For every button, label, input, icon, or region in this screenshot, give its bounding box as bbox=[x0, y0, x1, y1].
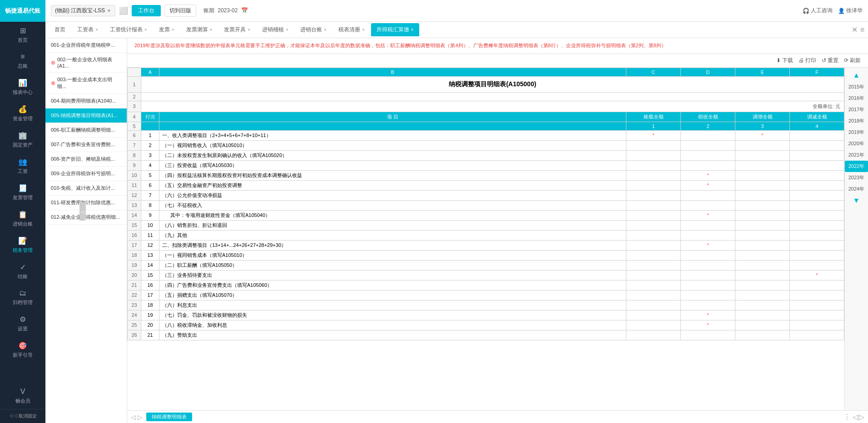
close-all-tabs-button[interactable]: ✕ bbox=[852, 25, 858, 34]
bottom-more-icon[interactable]: ⋮ bbox=[843, 413, 851, 421]
left-item-006[interactable]: 006-职工薪酬纳税调整明细... bbox=[45, 123, 127, 138]
tab-close-tax-table[interactable]: × bbox=[362, 27, 365, 32]
bottom-scroll-left[interactable]: ◁ bbox=[131, 413, 136, 421]
year-2015[interactable]: 2015年 bbox=[845, 81, 868, 93]
sidebar-item-salary[interactable]: 👥 工资 bbox=[0, 153, 45, 179]
reset-icon: ↺ bbox=[822, 57, 826, 64]
tab-salary[interactable]: 工资表 × bbox=[72, 23, 104, 36]
bottom-tabbar: ◁ ▷ 纳税调整明细表 ⋮ ◁ ▷ bbox=[127, 410, 868, 423]
download-icon: ⬇ bbox=[776, 57, 781, 64]
row-num-1: 1 bbox=[128, 76, 141, 92]
header-col4: 调减全额 bbox=[790, 112, 844, 122]
left-item-011[interactable]: 011-研发费用加计扣除优惠... bbox=[45, 196, 127, 210]
tab-sales-ledger[interactable]: 进销台账 × bbox=[295, 23, 332, 36]
sidebar-item-settings[interactable]: ⚙ 设置 bbox=[0, 310, 45, 337]
year-2022[interactable]: 2022年 bbox=[845, 161, 868, 172]
left-item-010[interactable]: 010-免税、减计收入及加计... bbox=[45, 181, 127, 196]
left-item-005[interactable]: 005-纳税调整项目明细表(A1... bbox=[45, 108, 127, 123]
tab-home[interactable]: 首页 bbox=[49, 23, 71, 36]
tab-invoice-open[interactable]: 发票开具 × bbox=[218, 23, 256, 36]
tab-close-sales-ledger[interactable]: × bbox=[324, 27, 327, 32]
sidebar-item-tax[interactable]: 📝 税务管理 bbox=[0, 232, 45, 258]
year-2016[interactable]: 2016年 bbox=[845, 93, 868, 104]
bottom-tab-detail[interactable]: 纳税调整明细表 bbox=[146, 413, 192, 421]
header-linenum: 行次 bbox=[141, 112, 159, 122]
left-item-009[interactable]: 009-企业所得税弥补亏损明... bbox=[45, 167, 127, 181]
year-2017[interactable]: 2017年 bbox=[845, 104, 868, 115]
sidebar-item-member[interactable]: V 畅会员 bbox=[0, 383, 45, 409]
table-row: 7 2 （一）视同销售收入（填写A105010） bbox=[128, 140, 844, 150]
tab-tax-calc[interactable]: 所得税汇算缴 × bbox=[371, 23, 419, 36]
sidebar-item-home[interactable]: ⊞ 首页 bbox=[0, 22, 45, 48]
tab-close-invoice-calc[interactable]: × bbox=[210, 27, 213, 32]
more-tabs-button[interactable]: ≡ bbox=[860, 26, 864, 34]
error-icon-003: ⊗ bbox=[51, 80, 55, 86]
reset-button[interactable]: ↺ 重置 bbox=[822, 57, 838, 64]
workbench-button[interactable]: 工作台 bbox=[132, 5, 161, 16]
bottom-scroll-right[interactable]: ▷ bbox=[138, 413, 143, 421]
sidebar-item-assets[interactable]: 🏢 固定资产 bbox=[0, 127, 45, 153]
copy-icon[interactable]: ⬜ bbox=[119, 6, 128, 15]
tab-close-invoice-open[interactable]: × bbox=[248, 27, 250, 32]
collapse-panel-button[interactable]: ◁ bbox=[79, 202, 86, 221]
sidebar-item-ledger[interactable]: ≡ 总账 bbox=[0, 48, 45, 74]
left-item-003[interactable]: ⊗ 003-一般企业成本支出明细... bbox=[45, 73, 127, 94]
tab-close-salary[interactable]: × bbox=[95, 27, 98, 32]
sidebar-item-archive[interactable]: 🗂 归档管理 bbox=[0, 285, 45, 310]
table-row: 13 8 （七）不征税收入 bbox=[128, 200, 844, 210]
tab-tax-table[interactable]: 税表清册 × bbox=[333, 23, 370, 36]
tab-invoice-calc[interactable]: 发票测算 × bbox=[181, 23, 218, 36]
tab-close-salary-report[interactable]: × bbox=[144, 27, 147, 32]
spreadsheet-wrapper[interactable]: A B C D E F 1 纳税调 bbox=[127, 68, 844, 410]
left-item-004[interactable]: 004-期间费用明细表(A1040... bbox=[45, 94, 127, 108]
download-button[interactable]: ⬇ 下载 bbox=[776, 57, 793, 64]
year-2021[interactable]: 2021年 bbox=[845, 149, 868, 161]
print-button[interactable]: 🖨 打印 bbox=[799, 57, 816, 64]
sidebar-item-guide[interactable]: 🎯 新手引导 bbox=[0, 337, 45, 363]
table-row: 10 5 （四）按权益法核算长期股权投资对初始投资成本调整确认收益 * bbox=[128, 170, 844, 180]
empty-row2 bbox=[141, 92, 844, 101]
main-area: (物副) 江西股宝-LSS ▼ ⬜ 工作台 切到旧版 账期 2023-02 📅 … bbox=[45, 0, 868, 423]
bottom-scroll-h2[interactable]: ▷ bbox=[859, 413, 864, 421]
headset-icon: 🎧 bbox=[803, 8, 809, 14]
sidebar-item-close[interactable]: ✓ 结账 bbox=[0, 258, 45, 285]
guide-icon: 🎯 bbox=[18, 341, 27, 350]
left-item-002[interactable]: ⊗ 002-一般企业收入明细表(A1... bbox=[45, 53, 127, 73]
service-button[interactable]: 🎧 人工咨询 bbox=[803, 7, 833, 15]
left-item-007[interactable]: 007-广告费和业务宣传费附... bbox=[45, 138, 127, 152]
tab-audit[interactable]: 进销稽核 × bbox=[257, 23, 294, 36]
table-row: 20 15 （三）业务招待要支出 * bbox=[128, 270, 844, 280]
sidebar-item-funds[interactable]: 💰 资金管理 bbox=[0, 100, 45, 127]
sidebar-item-reports[interactable]: 📊 报表中心 bbox=[0, 74, 45, 100]
year-2018[interactable]: 2018年 bbox=[845, 115, 868, 127]
oldver-button[interactable]: 切到旧版 bbox=[164, 5, 196, 17]
tab-salary-report[interactable]: 工资统计报表 × bbox=[104, 23, 153, 36]
year-scroll-up[interactable]: ▲ bbox=[851, 69, 862, 81]
bottom-scroll-h[interactable]: ◁ bbox=[853, 413, 858, 421]
tab-close-invoice[interactable]: × bbox=[172, 27, 174, 32]
col-header-F: F bbox=[790, 68, 844, 76]
year-2019[interactable]: 2019年 bbox=[845, 127, 868, 138]
refresh-button[interactable]: ⟳ 刷新 bbox=[844, 57, 861, 64]
sub-header-empty bbox=[141, 122, 159, 130]
tab-close-tax-calc[interactable]: × bbox=[411, 27, 414, 32]
member-icon: V bbox=[20, 388, 25, 396]
company-selector[interactable]: (物副) 江西股宝-LSS ▼ bbox=[51, 5, 115, 16]
sidebar-item-invoice[interactable]: 🧾 发票管理 bbox=[0, 179, 45, 206]
left-item-012[interactable]: 012-减免企业所得税优惠明细... bbox=[45, 210, 127, 225]
tab-close-audit[interactable]: × bbox=[286, 27, 288, 32]
home-icon: ⊞ bbox=[20, 26, 26, 35]
app-logo: 畅捷通易代账 bbox=[0, 0, 45, 22]
calendar-icon[interactable]: 📅 bbox=[241, 7, 248, 14]
year-2020[interactable]: 2020年 bbox=[845, 138, 868, 149]
unpin-button[interactable]: ◁◁ 取消固定 bbox=[0, 409, 45, 423]
year-2024[interactable]: 2024年 bbox=[845, 183, 868, 195]
header-item: 项 目 bbox=[159, 112, 626, 122]
left-item-001[interactable]: 001-企业所得税年度纳税申... bbox=[45, 38, 127, 53]
year-2023[interactable]: 2023年 bbox=[845, 172, 868, 183]
year-scroll-down[interactable]: ▼ bbox=[851, 195, 862, 207]
tab-invoice[interactable]: 发票 × bbox=[154, 23, 180, 36]
sidebar-item-sales[interactable]: 📋 进销台账 bbox=[0, 206, 45, 232]
user-button[interactable]: 👤 徐泽华 bbox=[838, 7, 863, 15]
left-item-008[interactable]: 008-资产折旧、摊销及纳税... bbox=[45, 152, 127, 167]
